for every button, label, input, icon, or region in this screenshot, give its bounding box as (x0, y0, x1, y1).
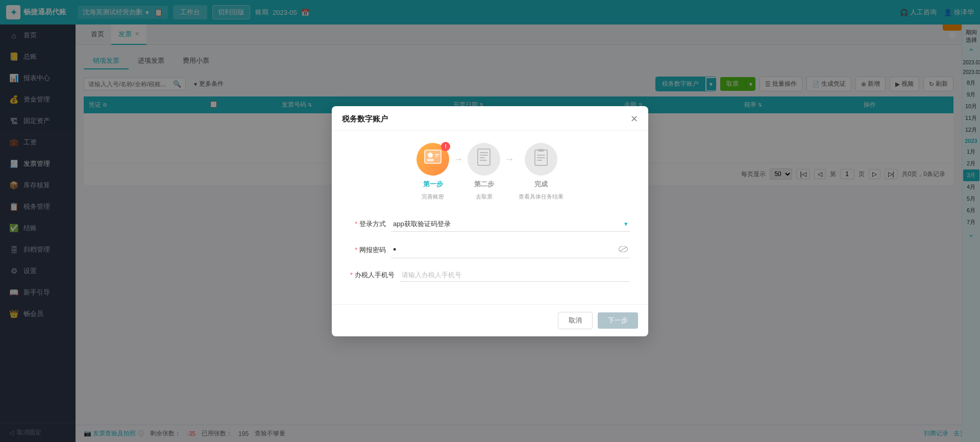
steps-row: ! 第一步 完善账密 → (350, 143, 630, 201)
step-2-icon-wrap (468, 143, 500, 176)
step-3-icon (532, 148, 550, 170)
step-1: ! 第一步 完善账密 (416, 143, 449, 201)
tax-digital-modal: 税务数字账户 ✕ (332, 106, 648, 336)
step-1-icon (424, 148, 442, 170)
svg-line-15 (620, 247, 627, 251)
svg-rect-0 (425, 150, 441, 163)
next-step-button[interactable]: 下一步 (598, 312, 638, 329)
eye-icon (619, 246, 628, 252)
svg-rect-6 (480, 152, 488, 153)
svg-rect-9 (480, 160, 487, 161)
password-row: 网报密码 (350, 242, 630, 258)
step-2-label: 第二步 (474, 180, 494, 189)
step-3-icon-wrap (525, 143, 557, 176)
svg-rect-13 (537, 157, 545, 158)
step-2-icon (475, 148, 493, 170)
password-input[interactable] (391, 242, 617, 258)
login-method-value: app获取验证码登录 (393, 219, 451, 229)
step-error-badge: ! (441, 142, 450, 151)
select-chevron-icon: ▾ (624, 220, 628, 228)
svg-rect-3 (435, 154, 439, 155)
step-1-label: 第一步 (423, 180, 443, 189)
person-card-icon (424, 148, 442, 166)
svg-rect-8 (480, 157, 485, 158)
step-arrow-2: → (500, 153, 519, 165)
modal-footer: 取消 下一步 (332, 304, 648, 336)
modal-overlay[interactable]: 税务数字账户 ✕ (0, 0, 980, 442)
modal-body: ! 第一步 完善账密 → (332, 131, 648, 304)
svg-rect-7 (480, 155, 488, 156)
step-2: 第二步 去取票 (468, 143, 500, 201)
step-1-sublabel: 完善账密 (422, 193, 444, 201)
receipt-icon (475, 148, 493, 166)
modal-header: 税务数字账户 ✕ (332, 106, 648, 131)
step-3-sublabel: 查看具体任务结果 (519, 193, 564, 201)
svg-rect-2 (427, 159, 434, 161)
svg-rect-11 (538, 149, 544, 152)
login-method-row: 登录方式 app获取验证码登录 ▾ (350, 217, 630, 232)
login-method-select[interactable]: app获取验证码登录 ▾ (391, 217, 630, 232)
modal-title: 税务数字账户 (342, 114, 388, 124)
eye-toggle-button[interactable] (617, 245, 630, 254)
modal-close-button[interactable]: ✕ (630, 114, 638, 124)
step-3: 完成 查看具体任务结果 (519, 143, 564, 201)
svg-point-1 (428, 153, 433, 158)
cancel-button[interactable]: 取消 (558, 312, 593, 329)
svg-rect-12 (537, 155, 545, 156)
clipboard-icon (532, 148, 550, 166)
svg-rect-14 (537, 160, 542, 161)
login-method-label: 登录方式 (350, 219, 391, 229)
svg-rect-4 (435, 156, 438, 157)
step-2-sublabel: 去取票 (476, 193, 493, 201)
password-field-wrap (391, 242, 630, 258)
phone-input[interactable] (400, 268, 630, 282)
step-3-label: 完成 (534, 180, 548, 189)
step-arrow-1: → (449, 153, 468, 165)
phone-label: 办税人手机号 (350, 271, 400, 280)
phone-row: 办税人手机号 (350, 268, 630, 282)
password-label: 网报密码 (350, 245, 391, 255)
step-1-icon-wrap: ! (416, 143, 449, 176)
